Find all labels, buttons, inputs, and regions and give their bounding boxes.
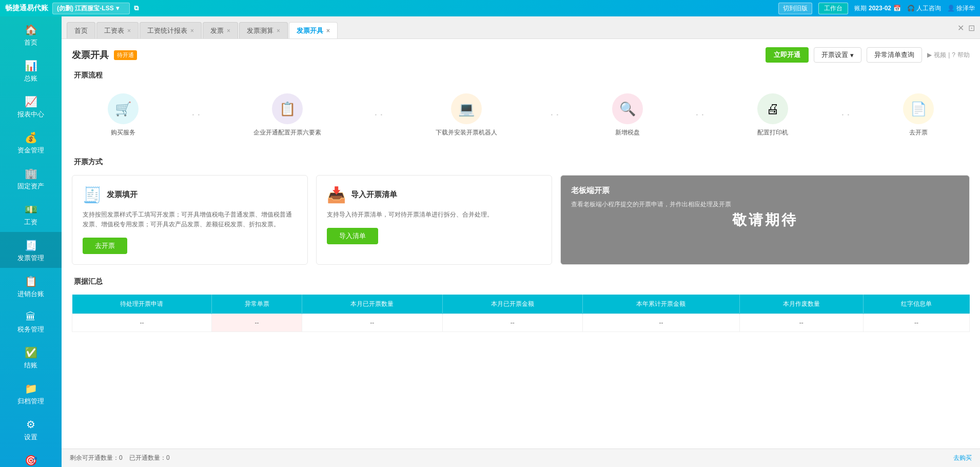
tab-bar: 首页 工资表 × 工资统计报表 × 发票 × 发票测算 × 发票开具 × xyxy=(62,16,980,39)
sidebar-item-closing[interactable]: ✅ 结账 xyxy=(0,339,62,375)
sidebar-item-invoice-label: 发票管理 xyxy=(17,254,44,263)
customer-service[interactable]: 🎧 人工咨询 xyxy=(907,4,941,13)
sidebar-item-ledger[interactable]: 📊 总账 xyxy=(0,52,62,88)
bottom-info: 剩余可开通数量：0 已开通数量：0 xyxy=(70,454,170,462)
sidebar-item-purchase[interactable]: 📋 进销台账 xyxy=(0,268,62,304)
period-info: 账期 2023-02 📅 xyxy=(854,4,901,13)
settings-btn[interactable]: 开票设置 ▾ xyxy=(814,47,861,63)
period-value: 2023-02 xyxy=(869,5,891,12)
sidebar-item-assets-label: 固定资产 xyxy=(17,182,44,191)
tab-invoice-calc[interactable]: 发票测算 × xyxy=(239,22,288,38)
sidebar-item-tax-label: 税务管理 xyxy=(17,325,44,334)
col-void-count: 本月作废数量 xyxy=(739,295,863,314)
settings-btn-label: 开票设置 xyxy=(821,50,848,60)
switch-old-btn[interactable]: 切到旧版 xyxy=(778,3,812,14)
sidebar-item-funds[interactable]: 💰 资金管理 xyxy=(0,124,62,160)
sidebar-item-guide[interactable]: 🎯 新手引导 xyxy=(0,447,62,467)
process-section: 开票流程 🛒 购买服务 ⬝⬝ 📋 企业开通配置开票六要素 xyxy=(72,71,970,142)
main-layout: 🏠 首页 📊 总账 📈 报表中心 💰 资金管理 🏢 固定资产 💵 工资 🧾 发票… xyxy=(0,16,980,467)
fill-card-icon: 🧾 xyxy=(83,186,102,204)
tab-payroll[interactable]: 工资表 × xyxy=(96,22,139,38)
import-card-icon: 📥 xyxy=(327,186,346,204)
sidebar-item-settings[interactable]: ⚙ 设置 xyxy=(0,411,62,447)
page-title: 发票开具 xyxy=(72,49,109,61)
fill-card-header: 🧾 发票填开 xyxy=(83,186,297,204)
coming-soon-overlay: 敬请期待 xyxy=(561,176,969,264)
method-section-title: 开票方式 xyxy=(72,158,970,167)
tab-invoice-issue-label: 发票开具 xyxy=(297,26,323,35)
summary-header-row: 待处理开票申请 异常单票 本月已开票数量 本月已开票金额 本年累计开票金额 本月… xyxy=(72,295,970,314)
immediate-open-btn[interactable]: 立即开通 xyxy=(766,47,809,63)
top-bar: 畅捷通易代账 (勿删) 江西服宝-LSS ▾ ⧉ 切到旧版 工作台 账期 202… xyxy=(0,0,980,16)
buy-step-label: 购买服务 xyxy=(111,128,135,137)
copy-icon[interactable]: ⧉ xyxy=(134,4,139,12)
sidebar-item-archive-label: 归档管理 xyxy=(17,397,44,406)
process-step-issue[interactable]: 📄 去开票 xyxy=(903,93,934,137)
config-step-icon: 📋 xyxy=(272,93,303,124)
process-step-taxdisk[interactable]: 🔍 新增税盘 xyxy=(612,93,643,137)
sidebar-item-settings-label: 设置 xyxy=(24,433,37,442)
tab-invoice[interactable]: 发票 × xyxy=(203,22,238,38)
sidebar-item-archive[interactable]: 📁 归档管理 xyxy=(0,375,62,411)
separator: | xyxy=(948,51,950,59)
closing-icon: ✅ xyxy=(25,346,37,359)
process-step-printer[interactable]: 🖨 配置打印机 xyxy=(757,93,788,137)
tab-bar-actions: ✕ ⊡ xyxy=(957,23,975,32)
sidebar-item-reports[interactable]: 📈 报表中心 xyxy=(0,88,62,124)
arrow-2: ⬝⬝ xyxy=(373,110,384,121)
sidebar-item-assets[interactable]: 🏢 固定资产 xyxy=(0,160,62,196)
tab-invoice-calc-close[interactable]: × xyxy=(277,27,280,34)
purchase-link[interactable]: 去购买 xyxy=(953,454,972,462)
invoice-icon: 🧾 xyxy=(25,239,37,251)
close-all-icon[interactable]: ✕ xyxy=(957,23,964,32)
tab-invoice-close[interactable]: × xyxy=(227,27,230,34)
tab-payroll-report[interactable]: 工资统计报表 × xyxy=(140,22,202,38)
assets-icon: 🏢 xyxy=(25,167,37,180)
import-invoice-btn[interactable]: 导入清单 xyxy=(327,228,378,244)
sidebar-item-payroll[interactable]: 💵 工资 xyxy=(0,196,62,232)
tab-invoice-issue[interactable]: 发票开具 × xyxy=(289,22,338,38)
sidebar-item-home[interactable]: 🏠 首页 xyxy=(0,16,62,52)
avatar-icon: 👤 xyxy=(947,5,955,12)
header-actions: 立即开通 开票设置 ▾ 异常清单查询 ▶ 视频 | ? 帮助 xyxy=(766,47,970,63)
company-label: (勿删) 江西服宝-LSS xyxy=(57,4,114,13)
col-yearly-amount: 本年累计开票金额 xyxy=(582,295,739,314)
tab-payroll-report-close[interactable]: × xyxy=(190,27,194,34)
tab-payroll-close[interactable]: × xyxy=(127,27,131,34)
calendar-icon[interactable]: 📅 xyxy=(893,5,901,12)
process-step-download[interactable]: 💻 下载并安装开票机器人 xyxy=(436,93,497,137)
col-abnormal: 异常单票 xyxy=(212,295,302,314)
process-step-config[interactable]: 📋 企业开通配置开票六要素 xyxy=(253,93,321,137)
import-card-title: 导入开票清单 xyxy=(351,190,397,200)
coming-soon-text: 敬请期待 xyxy=(732,210,798,230)
payroll-icon: 💵 xyxy=(25,203,37,216)
page-header: 发票开具 待开通 立即开通 开票设置 ▾ 异常清单查询 ▶ 视频 | ? xyxy=(72,47,970,63)
user-avatar[interactable]: 👤 徐泽华 xyxy=(947,4,975,13)
abnormal-list-btn[interactable]: 异常清单查询 xyxy=(867,47,922,63)
reports-icon: 📈 xyxy=(25,95,37,108)
ledger-icon: 📊 xyxy=(25,60,37,72)
workspace-btn[interactable]: 工作台 xyxy=(818,3,848,14)
restore-icon[interactable]: ⊡ xyxy=(968,23,975,32)
arrow-4: ⬝⬝ xyxy=(694,110,705,121)
fill-invoice-btn[interactable]: 去开票 xyxy=(83,238,127,254)
summary-table: 待处理开票申请 异常单票 本月已开票数量 本月已开票金额 本年累计开票金额 本月… xyxy=(72,295,970,332)
arrow-3: ⬝⬝ xyxy=(549,110,560,121)
question-icon: ? xyxy=(952,51,955,59)
tab-invoice-issue-close[interactable]: × xyxy=(326,27,330,34)
import-card-header: 📥 导入开票清单 xyxy=(327,186,541,204)
sidebar-item-invoice[interactable]: 🧾 发票管理 xyxy=(0,232,62,268)
val-pending: -- xyxy=(72,314,212,332)
process-step-buy[interactable]: 🛒 购买服务 xyxy=(108,93,139,137)
printer-step-icon: 🖨 xyxy=(757,93,788,124)
company-selector[interactable]: (勿删) 江西服宝-LSS ▾ xyxy=(52,3,130,14)
printer-step-label: 配置打印机 xyxy=(757,128,788,137)
arrow-1: ⬝⬝ xyxy=(190,110,202,121)
guide-icon: 🎯 xyxy=(25,454,37,466)
tab-home[interactable]: 首页 xyxy=(67,22,95,38)
method-section: 开票方式 🧾 发票填开 支持按照发票样式手工填写开发票；可开具增值税电子普通发票… xyxy=(72,158,970,265)
taxdisk-step-icon: 🔍 xyxy=(612,93,643,124)
view-label: 视频 xyxy=(934,51,946,60)
sidebar-item-tax[interactable]: 🏛 税务管理 xyxy=(0,304,62,339)
tab-invoice-calc-label: 发票测算 xyxy=(247,26,273,35)
